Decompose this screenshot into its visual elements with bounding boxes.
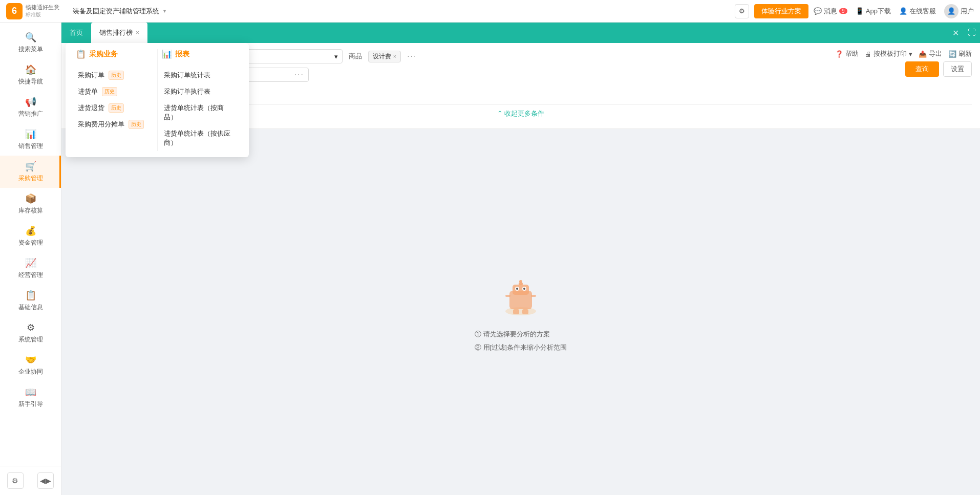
collapse-sidebar-button[interactable]: ◀▶: [37, 472, 54, 489]
toolbar-actions: ❓ 帮助 🖨 按模板打印 ▾ 📤 导出: [835, 49, 972, 58]
basic-icon: 📋: [25, 290, 36, 301]
message-item[interactable]: 💬 消息 9: [814, 7, 847, 16]
service-icon: 👤: [899, 7, 907, 15]
collapse-label: 收起更多条件: [504, 110, 544, 117]
logo-text: 畅捷通好生意: [26, 4, 59, 11]
dropdown-item-purchase-order[interactable]: 采购订单 历史: [76, 67, 153, 83]
refresh-button[interactable]: 🔄 刷新: [948, 49, 972, 58]
dropdown-item-return[interactable]: 进货退货 历史: [76, 100, 153, 116]
sales-icon: 📊: [25, 128, 36, 140]
dropdown-item-report-1[interactable]: 采购订单执行表: [162, 83, 239, 100]
top-right: 💬 消息 9 📱 App下载 👤 在线客服 👤 用户: [814, 4, 974, 18]
dropdown-report-section: 📊 报表 采购订单统计表 采购订单执行表 进货单统计表（按商品） 进货单统计表（…: [157, 49, 243, 151]
system-title-text[interactable]: 装备及固定资产辅助管理系统: [73, 7, 159, 16]
sidebar-item-nav-label: 快捷导航: [18, 77, 43, 86]
help-icon: ❓: [835, 50, 843, 58]
sidebar-item-marketing[interactable]: 📢 营销推广: [0, 91, 61, 123]
salesperson-dots[interactable]: ···: [294, 70, 304, 79]
sidebar-item-search[interactable]: 🔍 搜索菜单: [0, 27, 61, 59]
dropdown-purchase-title: 📋 采购业务: [76, 49, 153, 62]
empty-state: ① 请先选择要分析的方案 ② 用[过滤]条件来缩小分析范围: [61, 129, 980, 495]
empty-text: ① 请先选择要分析的方案 ② 用[过滤]条件来缩小分析范围: [475, 328, 567, 354]
report-item-0-label: 采购订单统计表: [164, 71, 210, 80]
tab-maximize-button[interactable]: ⛶: [964, 25, 980, 41]
app-download-label: App下载: [866, 7, 891, 16]
svg-rect-12: [522, 309, 528, 314]
sidebar-item-collab-label: 企业协同: [18, 368, 43, 376]
sidebar-item-sales-label: 销售管理: [18, 142, 43, 150]
sidebar-item-inventory-label: 库存核算: [18, 206, 43, 215]
goods-tag-text: 设计费: [373, 52, 391, 61]
svg-point-8: [519, 280, 522, 283]
trial-button[interactable]: 体验行业方案: [754, 4, 808, 18]
mobile-icon: 📱: [856, 7, 864, 15]
purchase-section-icon: 📋: [76, 49, 86, 59]
settings-button[interactable]: ⚙: [7, 472, 24, 489]
refresh-icon: 🔄: [948, 50, 956, 58]
help-button[interactable]: ❓ 帮助: [835, 49, 859, 58]
goods-tag-close[interactable]: ×: [393, 53, 396, 59]
goods-more-btn[interactable]: ···: [407, 52, 417, 61]
refresh-label: 刷新: [958, 49, 972, 58]
dropdown-menu: 📋 采购业务 采购订单 历史 进货单 历史 进货退货 历史 采购费用分摊单 历史…: [66, 43, 249, 157]
home-icon: 🏠: [25, 64, 36, 75]
gear-button[interactable]: ⚙: [735, 4, 749, 18]
print-icon: 🖨: [865, 50, 871, 58]
purchase-order-label: 采购订单: [78, 71, 104, 80]
export-button[interactable]: 📤 导出: [919, 49, 942, 58]
empty-hint2: 用[过滤]条件来缩小分析范围: [483, 343, 567, 351]
marketing-icon: 📢: [25, 96, 36, 107]
dropdown-item-report-0[interactable]: 采购订单统计表: [162, 67, 239, 83]
tab-close-icon[interactable]: ×: [136, 29, 139, 36]
online-service-label: 在线客服: [909, 7, 936, 16]
inventory-icon: 📦: [25, 193, 36, 204]
hist-badge-1: 历史: [102, 87, 117, 96]
report-item-2-label: 进货单统计表（按商品）: [164, 103, 237, 122]
print-arrow: ▾: [909, 50, 912, 58]
logo-icon: 6: [6, 3, 23, 19]
online-service-item[interactable]: 👤 在线客服: [899, 7, 936, 16]
sidebar: 🔍 搜索菜单 🏠 快捷导航 📢 营销推广 📊 销售管理 🛒 采购管理 📦 库存核…: [0, 23, 61, 495]
goods-tag-item: 设计费 ×: [368, 51, 401, 62]
query-button[interactable]: 查询: [905, 61, 939, 77]
print-button[interactable]: 🖨 按模板打印 ▾: [865, 49, 912, 58]
toolbar-right: ❓ 帮助 🖨 按模板打印 ▾ 📤 导出: [835, 49, 972, 77]
bill-status-select[interactable]: ▾: [240, 49, 343, 63]
hist-badge-2: 历史: [109, 103, 124, 113]
report-item-3-label: 进货单统计表（按供应商）: [164, 129, 237, 147]
cost-split-label: 采购费用分摊单: [78, 120, 124, 129]
dropdown-item-inbound[interactable]: 进货单 历史: [76, 83, 153, 100]
title-arrow-icon[interactable]: ▾: [163, 8, 166, 14]
system-icon: ⚙: [27, 322, 35, 333]
tab-sales-ranking[interactable]: 销售排行榜 ×: [91, 23, 147, 43]
sidebar-item-guide[interactable]: 📖 新手引导: [0, 381, 61, 414]
sidebar-item-purchase[interactable]: 🛒 采购管理: [0, 156, 61, 188]
export-icon: 📤: [919, 50, 927, 58]
hist-badge-3: 历史: [129, 120, 144, 129]
sidebar-item-sales[interactable]: 📊 销售管理: [0, 123, 61, 156]
sidebar-item-finance[interactable]: 💰 资金管理: [0, 220, 61, 252]
dropdown-purchase-section: 📋 采购业务 采购订单 历史 进货单 历史 进货退货 历史 采购费用分摊单 历史: [72, 49, 157, 151]
purchase-icon: 🛒: [25, 161, 36, 172]
dropdown-item-cost-split[interactable]: 采购费用分摊单 历史: [76, 116, 153, 133]
sidebar-item-nav[interactable]: 🏠 快捷导航: [0, 59, 61, 91]
sidebar-item-inventory[interactable]: 📦 库存核算: [0, 188, 61, 220]
export-label: 导出: [929, 49, 942, 58]
svg-rect-2: [513, 285, 529, 295]
user-label: 用户: [961, 7, 974, 16]
settings-button2[interactable]: 设置: [943, 61, 972, 77]
dropdown-item-report-2[interactable]: 进货单统计表（按商品）: [162, 100, 239, 125]
tab-close-window-button[interactable]: ✕: [947, 25, 964, 41]
user-item[interactable]: 👤 用户: [944, 4, 974, 18]
sidebar-item-system[interactable]: ⚙ 系统管理: [0, 317, 61, 349]
app-download-item[interactable]: 📱 App下载: [856, 7, 891, 16]
tab-home[interactable]: 首页: [61, 23, 91, 43]
sidebar-item-basic[interactable]: 📋 基础信息: [0, 285, 61, 317]
sidebar-bottom: ⚙ ◀▶: [0, 466, 61, 495]
sidebar-item-management[interactable]: 📈 经营管理: [0, 252, 61, 285]
goods-tag: 设计费 ×: [368, 51, 401, 62]
query-buttons: 查询 设置: [905, 61, 972, 77]
sidebar-item-collab[interactable]: 🤝 企业协同: [0, 349, 61, 381]
message-icon: 💬: [814, 7, 822, 15]
dropdown-item-report-3[interactable]: 进货单统计表（按供应商）: [162, 125, 239, 151]
